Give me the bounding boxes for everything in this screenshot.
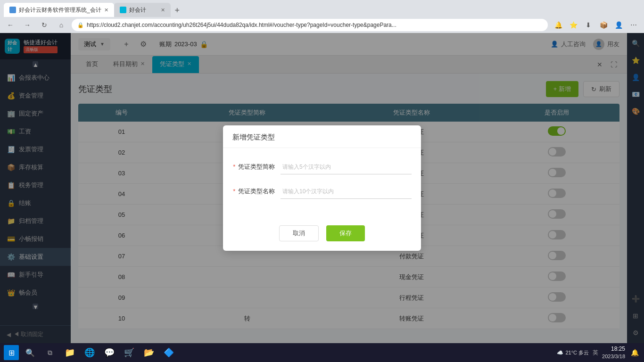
tab-title-active: 好会计云财务软件管理系统_会计 xyxy=(19,6,101,14)
required-mark-short: * xyxy=(233,163,235,170)
back-button[interactable]: ← xyxy=(4,18,17,32)
lock-icon: 🔒 xyxy=(77,22,84,28)
taskbar-weather: ☁️ 21°C 多云 xyxy=(557,349,589,356)
save-button[interactable]: 保存 xyxy=(326,225,365,241)
browser-actions: 🔔 ⭐ ⬇ 📦 👤 ⋯ xyxy=(552,18,640,32)
extension-btn-4[interactable]: 📦 xyxy=(597,18,610,32)
short-input[interactable] xyxy=(281,159,412,174)
weather-icon: ☁️ xyxy=(557,350,563,356)
start-button[interactable]: ⊞ xyxy=(4,345,19,360)
weather-text: 21°C 多云 xyxy=(565,349,589,356)
modal-overlay: 新增凭证类型 * 凭证类型简称 * 凭证类型名称 取消 保存 xyxy=(0,33,644,343)
tab-favicon-2 xyxy=(120,7,126,13)
windows-icon: ⊞ xyxy=(8,348,15,357)
new-tab-button[interactable]: + xyxy=(171,4,184,17)
short-label: * 凭证类型简称 xyxy=(232,163,275,171)
browser-chrome: 好会计云财务软件管理系统_会计 ✕ 好会计 ✕ + ← → ↻ ⌂ 🔒 http… xyxy=(0,0,644,33)
taskbar-explorer[interactable]: 📁 xyxy=(61,344,78,361)
tab-close-inactive[interactable]: ✕ xyxy=(161,7,165,13)
extension-btn-3[interactable]: ⬇ xyxy=(582,18,595,32)
taskbar-chrome[interactable]: 🌐 xyxy=(81,344,98,361)
taskbar-right: ☁️ 21°C 多云 英 18:25 2023/3/18 🔔 xyxy=(557,345,640,360)
modal-header: 新增凭证类型 xyxy=(223,125,421,148)
form-row-name: * 凭证类型名称 xyxy=(232,184,412,199)
time-display: 18:25 xyxy=(602,345,625,353)
url-text: https://cloud2.chanjet.com/accounting/uh… xyxy=(87,22,396,28)
browser-tab-active[interactable]: 好会计云财务软件管理系统_会计 ✕ xyxy=(4,3,114,17)
required-mark-name: * xyxy=(233,188,235,195)
modal-body: * 凭证类型简称 * 凭证类型名称 xyxy=(223,148,421,220)
taskbar-language: 英 xyxy=(593,349,598,357)
name-input[interactable] xyxy=(281,184,412,199)
more-button[interactable]: ⋯ xyxy=(627,18,640,32)
tab-close-active[interactable]: ✕ xyxy=(104,7,108,13)
modal-title: 新增凭证类型 xyxy=(232,133,275,141)
taskbar-wechat[interactable]: 💬 xyxy=(101,344,118,361)
new-voucher-modal: 新增凭证类型 * 凭证类型简称 * 凭证类型名称 取消 保存 xyxy=(223,125,421,251)
url-input[interactable]: 🔒 https://cloud2.chanjet.com/accounting/… xyxy=(72,19,548,31)
taskbar-store[interactable]: 🛒 xyxy=(121,344,138,361)
notification-icon[interactable]: 🔔 xyxy=(629,347,640,358)
form-row-short: * 凭证类型简称 xyxy=(232,159,412,174)
forward-button[interactable]: → xyxy=(21,18,34,32)
extension-btn-5[interactable]: 👤 xyxy=(612,18,625,32)
taskbar-files[interactable]: 📂 xyxy=(140,344,157,361)
date-display: 2023/3/18 xyxy=(602,353,625,360)
extension-btn-2[interactable]: ⭐ xyxy=(567,18,580,32)
taskbar-clock: 18:25 2023/3/18 xyxy=(602,345,625,360)
taskbar-edge[interactable]: 🔷 xyxy=(160,344,177,361)
taskbar-task-view[interactable]: ⧉ xyxy=(41,344,58,361)
browser-tab-inactive[interactable]: 好会计 ✕ xyxy=(114,3,171,17)
refresh-button[interactable]: ↻ xyxy=(38,18,51,32)
address-bar: ← → ↻ ⌂ 🔒 https://cloud2.chanjet.com/acc… xyxy=(0,17,644,33)
extension-btn-1[interactable]: 🔔 xyxy=(552,18,565,32)
taskbar-search[interactable]: 🔍 xyxy=(22,344,39,361)
tab-favicon xyxy=(9,7,16,13)
tab-title-inactive: 好会计 xyxy=(129,6,146,14)
home-button[interactable]: ⌂ xyxy=(55,18,68,32)
modal-footer: 取消 保存 xyxy=(223,220,421,251)
name-label: * 凭证类型名称 xyxy=(232,187,275,196)
taskbar: ⊞ 🔍 ⧉ 📁 🌐 💬 🛒 📂 🔷 ☁️ 21°C 多云 英 18:25 202… xyxy=(0,343,644,362)
cancel-button[interactable]: 取消 xyxy=(279,225,319,241)
